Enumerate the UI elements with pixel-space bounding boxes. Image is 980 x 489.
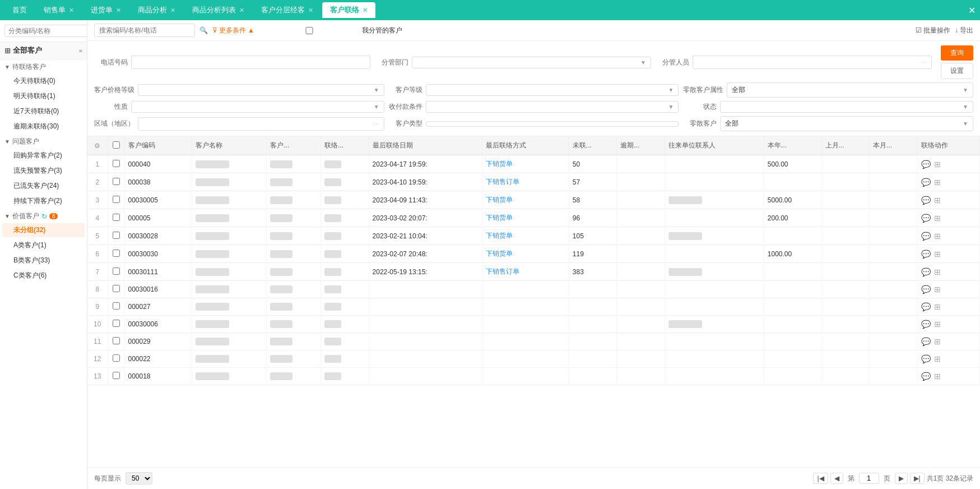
filter-search-icon[interactable]: 🔍 bbox=[199, 26, 208, 34]
sidebar-search-input[interactable] bbox=[4, 25, 87, 37]
all-customers-header[interactable]: ⊞ 全部客户 « bbox=[0, 42, 87, 59]
more-icon[interactable]: ⊞ bbox=[934, 196, 941, 205]
reset-button[interactable]: 设置 bbox=[941, 63, 973, 79]
tab-home[interactable]: 首页 bbox=[4, 2, 35, 18]
sidebar-item-b-type[interactable]: B类客户(33) bbox=[2, 253, 85, 267]
more-icon[interactable]: ⊞ bbox=[934, 250, 941, 259]
query-button[interactable]: 查询 bbox=[941, 45, 973, 61]
row-check[interactable] bbox=[108, 191, 124, 209]
sidebar-item-abnormal[interactable]: 回购异常客户(2) bbox=[2, 149, 85, 163]
col-check-all[interactable] bbox=[108, 136, 124, 155]
next-page-button[interactable]: ▶ bbox=[895, 473, 908, 484]
contact-icon[interactable]: 💬 bbox=[921, 214, 931, 223]
sidebar-item-c-type[interactable]: C类客户(6) bbox=[2, 269, 85, 283]
more-icon[interactable]: ⊞ bbox=[934, 302, 941, 311]
more-icon[interactable]: ⊞ bbox=[934, 267, 941, 276]
row-last-way[interactable]: 下销货单 bbox=[482, 227, 569, 245]
retail-attr-select[interactable]: 全部 ▼ bbox=[727, 82, 973, 98]
row-last-way[interactable] bbox=[482, 333, 569, 350]
row-last-way[interactable] bbox=[482, 350, 569, 368]
contact-icon[interactable]: 💬 bbox=[921, 250, 931, 259]
dept-select[interactable]: ▼ bbox=[412, 57, 651, 68]
sidebar-item-a-type[interactable]: A类客户(1) bbox=[2, 238, 85, 252]
contact-icon[interactable]: 💬 bbox=[921, 337, 931, 346]
page-input[interactable] bbox=[859, 473, 879, 484]
tab-product-analysis-list-close[interactable]: ✕ bbox=[239, 2, 244, 18]
row-last-way[interactable]: 下销货单 bbox=[482, 209, 569, 227]
more-conditions-button[interactable]: ⊽ 更多条件 ▲ bbox=[212, 26, 254, 35]
last-page-button[interactable]: ▶| bbox=[910, 473, 925, 484]
tab-sales[interactable]: 销售单 ✕ bbox=[36, 2, 82, 18]
phone-input[interactable] bbox=[131, 56, 370, 69]
contact-icon[interactable]: 💬 bbox=[921, 302, 931, 311]
sidebar-item-unsorted[interactable]: 未分组(32) bbox=[2, 223, 85, 237]
tab-purchase-close[interactable]: ✕ bbox=[116, 2, 121, 18]
row-last-way[interactable]: 下销货单 bbox=[482, 155, 569, 173]
row-last-way[interactable]: 下销售订单 bbox=[482, 173, 569, 191]
row-last-way[interactable] bbox=[482, 281, 569, 298]
col-settings[interactable]: ⚙ bbox=[87, 136, 108, 155]
row-check[interactable] bbox=[108, 298, 124, 316]
contact-icon[interactable]: 💬 bbox=[921, 178, 931, 187]
tab-customer-segment-close[interactable]: ✕ bbox=[308, 2, 313, 18]
row-check[interactable] bbox=[108, 263, 124, 281]
contact-icon[interactable]: 💬 bbox=[921, 160, 931, 169]
row-check[interactable] bbox=[108, 227, 124, 245]
more-icon[interactable]: ⊞ bbox=[934, 178, 941, 187]
search-input[interactable] bbox=[94, 24, 195, 37]
prev-page-button[interactable]: ◀ bbox=[830, 473, 843, 484]
refresh-icon[interactable]: ↻ bbox=[41, 213, 47, 220]
price-level-select[interactable]: ▼ bbox=[138, 84, 384, 96]
my-customers-check[interactable] bbox=[259, 27, 360, 34]
tab-sales-close[interactable]: ✕ bbox=[69, 2, 74, 18]
row-last-way[interactable] bbox=[482, 368, 569, 385]
tab-product-analysis-list[interactable]: 商品分析列表 ✕ bbox=[184, 2, 252, 18]
more-icon[interactable]: ⊞ bbox=[934, 214, 941, 223]
more-icon[interactable]: ⊞ bbox=[934, 354, 941, 363]
row-check[interactable] bbox=[108, 333, 124, 350]
contact-icon[interactable]: 💬 bbox=[921, 354, 931, 363]
customer-level-select[interactable]: ▼ bbox=[426, 84, 679, 96]
row-last-way[interactable] bbox=[482, 316, 569, 333]
sidebar-item-declining[interactable]: 持续下滑客户(2) bbox=[2, 194, 85, 208]
contact-icon[interactable]: 💬 bbox=[921, 320, 931, 329]
tab-product-analysis[interactable]: 商品分析 ✕ bbox=[130, 2, 183, 18]
customer-type-select[interactable] bbox=[426, 121, 679, 127]
tab-customer-segment[interactable]: 客户分层经客 ✕ bbox=[253, 2, 321, 18]
pending-contact-group[interactable]: ▼ 待联络客户 bbox=[0, 59, 87, 73]
row-check[interactable] bbox=[108, 173, 124, 191]
staff-select[interactable]: ··· bbox=[693, 56, 932, 69]
sidebar-item-today[interactable]: 今天待联络(0) bbox=[2, 74, 85, 88]
first-page-button[interactable]: |◀ bbox=[813, 473, 828, 484]
row-check[interactable] bbox=[108, 245, 124, 263]
row-check[interactable] bbox=[108, 350, 124, 368]
retail-customer-select[interactable]: 全部 ▼ bbox=[720, 116, 973, 131]
contact-icon[interactable]: 💬 bbox=[921, 232, 931, 241]
more-icon[interactable]: ⊞ bbox=[934, 320, 941, 329]
tab-product-analysis-close[interactable]: ✕ bbox=[170, 2, 175, 18]
export-button[interactable]: ↓ 导出 bbox=[955, 26, 973, 35]
sidebar-item-tomorrow[interactable]: 明天待联络(1) bbox=[2, 89, 85, 103]
row-check[interactable] bbox=[108, 209, 124, 227]
row-last-way[interactable]: 下销货单 bbox=[482, 245, 569, 263]
more-icon[interactable]: ⊞ bbox=[934, 232, 941, 241]
more-icon[interactable]: ⊞ bbox=[934, 372, 941, 381]
check-all-checkbox[interactable] bbox=[113, 141, 120, 149]
batch-operation-button[interactable]: ☑ 批量操作 bbox=[916, 26, 950, 35]
more-icon[interactable]: ⊞ bbox=[934, 285, 941, 294]
tab-purchase[interactable]: 进货单 ✕ bbox=[83, 2, 129, 18]
sidebar-item-churn-warning[interactable]: 流失预警客户(3) bbox=[2, 164, 85, 178]
payment-select[interactable]: ▼ bbox=[426, 101, 679, 113]
row-last-way[interactable]: 下销售订单 bbox=[482, 263, 569, 281]
area-select[interactable]: ··· bbox=[138, 117, 384, 131]
nav-close-button[interactable]: ✕ bbox=[968, 5, 976, 16]
contact-icon[interactable]: 💬 bbox=[921, 196, 931, 205]
row-check[interactable] bbox=[108, 155, 124, 173]
nature-select[interactable]: ▼ bbox=[131, 101, 384, 113]
sidebar-item-overdue[interactable]: 逾期未联络(30) bbox=[2, 119, 85, 133]
row-check[interactable] bbox=[108, 281, 124, 298]
problem-customers-group[interactable]: ▼ 问题客户 bbox=[0, 134, 87, 148]
contact-icon[interactable]: 💬 bbox=[921, 267, 931, 276]
contact-icon[interactable]: 💬 bbox=[921, 285, 931, 294]
row-last-way[interactable]: 下销货单 bbox=[482, 191, 569, 209]
